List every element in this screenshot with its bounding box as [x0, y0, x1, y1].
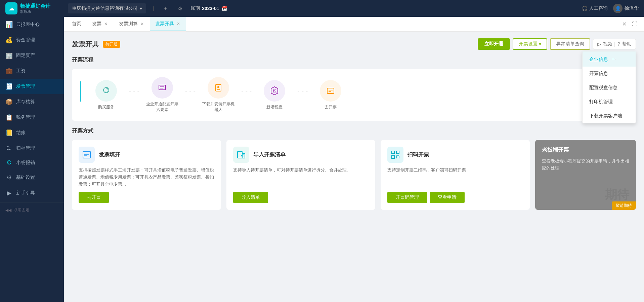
- fill-card-title: 发票填开: [99, 151, 120, 158]
- tab-bar-right: ✕ ⛶: [621, 17, 641, 31]
- page-title: 发票开具: [72, 40, 99, 49]
- sidebar-item-jiezhang[interactable]: 📒 结账: [0, 125, 64, 141]
- settings-icon[interactable]: ⚙: [175, 4, 185, 13]
- method-section: 开票方式 发票填开 支持按照发票样式手工填开发票；可开具增值税电子普通发票、增值…: [72, 127, 636, 210]
- collapse-icon: ◀◀: [5, 208, 11, 213]
- abnormal-list-button[interactable]: 异常清单查询: [550, 38, 590, 50]
- import-card-title: 导入开票清单: [253, 151, 286, 158]
- page-title-area: 发票开具 待开通: [72, 40, 120, 49]
- xiaochangbaoxiao-icon: C: [5, 160, 13, 166]
- fill-invoice-button[interactable]: 去开票: [79, 192, 109, 203]
- tab-fapiao-kaiju[interactable]: 发票开具 ✕: [150, 17, 186, 31]
- process-step-4: 税+ 新增税盘: [254, 80, 295, 110]
- main-area: 📊 云报表中心 💰 资金管理 🏢 固定资产 💼 工资 🧾 发票管理: [0, 17, 644, 302]
- video-help-button[interactable]: ▷ 视频 | ? 帮助: [593, 39, 636, 49]
- tab-fapiao-kaiju-close[interactable]: ✕: [176, 21, 181, 27]
- company-selector[interactable]: 重庆畅捷交通信息咨询有限公司 ▾: [68, 3, 146, 13]
- sidebar-label-yunbao: 云报表中心: [16, 22, 40, 28]
- tab-fapiao-cesuan-close[interactable]: ✕: [140, 21, 144, 27]
- page-header: 发票开具 待开通 立即开通 开票设置 ▾ 异常清单查询 ▷ 视频: [72, 38, 636, 50]
- header-actions: 立即开通 开票设置 ▾ 异常清单查询 ▷ 视频 | ? 帮助: [478, 38, 636, 50]
- sidebar-collapse[interactable]: ◀◀ 取消固定: [0, 204, 64, 216]
- dropdown-item-printer[interactable]: 打印机管理: [583, 95, 636, 109]
- tab-close-all-button[interactable]: ✕: [621, 20, 628, 29]
- process-arrow-2: - - -: [185, 88, 196, 102]
- calendar-icon[interactable]: 📅: [221, 6, 227, 11]
- sidebar-label-gongzi: 工资: [16, 68, 26, 74]
- guidang-icon: 🗂: [5, 145, 13, 152]
- sidebar-label-kucun: 库存核算: [16, 99, 35, 105]
- sidebar-item-yunbao[interactable]: 📊 云报表中心: [0, 17, 64, 32]
- sidebar-item-shuiwu[interactable]: 📋 税务管理: [0, 110, 64, 125]
- scan-card-btn-area: 开票码管理 查看申请: [387, 192, 523, 203]
- printer-label: 打印机管理: [589, 99, 613, 104]
- process-arrow-4: - - -: [297, 88, 308, 102]
- import-card-btn-area: 导入清单: [233, 192, 369, 203]
- process-arrow-1: - - -: [129, 88, 139, 102]
- settings-dropdown-button[interactable]: 开票设置 ▾: [513, 38, 547, 50]
- sidebar-item-gongzi[interactable]: 💼 工资: [0, 63, 64, 79]
- sidebar-label-zijin: 资金管理: [16, 37, 35, 43]
- sidebar-item-gudingzichan[interactable]: 🏢 固定资产: [0, 48, 64, 63]
- sidebar-label-shuiwu: 税务管理: [16, 114, 35, 120]
- view-apply-button[interactable]: 查看申请: [430, 192, 465, 203]
- activate-button[interactable]: 立即开通: [478, 38, 510, 50]
- import-list-button[interactable]: 导入清单: [233, 192, 268, 203]
- xinshou-icon: ▶: [5, 189, 13, 197]
- logo-text-area: 畅捷通好会计 旗舰版: [20, 3, 50, 14]
- separator: |: [614, 41, 616, 47]
- yunbao-icon: 📊: [5, 21, 13, 28]
- download-client-label: 下载开票客户端: [589, 113, 622, 118]
- video-label: 视频: [603, 41, 612, 47]
- tax-disk-label: 配置税盘信息: [589, 85, 617, 90]
- sidebar-item-xiaochangbaoxiao[interactable]: C 小畅报销: [0, 156, 64, 170]
- process-step-1: 购买服务: [86, 80, 126, 110]
- step-icon-4: 税+: [264, 80, 285, 102]
- tab-fapiao-cesuan[interactable]: 发票测算 ✕: [114, 17, 150, 31]
- sidebar-item-zijin[interactable]: 💰 资金管理: [0, 32, 64, 48]
- invoice-info-label: 开票信息: [589, 71, 608, 76]
- sidebar-label-jiezhang: 结账: [16, 130, 26, 136]
- logo-text: 畅捷通好会计: [20, 3, 50, 9]
- add-company-button[interactable]: +: [161, 4, 170, 13]
- tab-home[interactable]: 首页: [67, 17, 87, 31]
- tab-fapiao-close[interactable]: ✕: [103, 21, 108, 27]
- sidebar-item-fapiao[interactable]: 🧾 发票管理: [0, 79, 64, 94]
- period-label-text: 账期: [190, 5, 200, 11]
- status-badge: 待开通: [103, 41, 120, 48]
- qr-code-manage-button[interactable]: 开票码管理: [387, 192, 427, 203]
- sidebar-item-xinshou[interactable]: ▶ 新手引导: [0, 185, 64, 201]
- dropdown-item-invoice-info[interactable]: 开票信息: [583, 67, 636, 81]
- import-card-desc: 支持导入待开票清单，可对待开票清单进行拆分、合并处理。: [233, 167, 369, 174]
- consult-button[interactable]: 🎧 人工咨询: [582, 5, 608, 11]
- sidebar-item-kucun[interactable]: 📦 库存核算: [0, 94, 64, 110]
- dropdown-item-download-client[interactable]: 下载开票客户端: [583, 109, 636, 123]
- process-divider: [80, 81, 81, 102]
- step-icon-1: [95, 80, 117, 102]
- step-label-3: 下载并安装开票机器人: [202, 101, 235, 113]
- expand-button[interactable]: ⛶: [631, 20, 639, 29]
- page-content: 发票开具 待开通 立即开通 开票设置 ▾ 异常清单查询 ▷ 视频: [64, 32, 644, 302]
- sidebar-item-guidang[interactable]: 🗂 归档管理: [0, 141, 64, 156]
- dropdown-item-company-info[interactable]: 企业信息 →: [583, 51, 636, 67]
- scan-card-desc: 支持定制开票二维码，客户端可扫码开票: [387, 167, 523, 174]
- process-arrow-3: - - -: [241, 88, 252, 102]
- chevron-down-icon: ▾: [140, 6, 142, 11]
- fill-card-desc: 支持按照发票样式手工填开发票；可开具增值税电子普通发票、增值税普通发票、增值税专…: [79, 167, 214, 188]
- import-icon: [233, 147, 249, 163]
- jiezhang-icon: 📒: [5, 129, 13, 137]
- step-label-1: 购买服务: [98, 104, 114, 110]
- tab-fapiao[interactable]: 发票 ✕: [87, 17, 114, 31]
- svg-point-1: [106, 87, 109, 89]
- boss-card-title: 老板端开票: [542, 147, 629, 154]
- sidebar-item-jichu[interactable]: ⚙ 基础设置: [0, 170, 64, 185]
- top-divider: |: [153, 6, 154, 11]
- sidebar-label-jichu: 基础设置: [16, 175, 35, 181]
- shuiwu-icon: 📋: [5, 114, 13, 121]
- avatar: 👤: [613, 4, 622, 13]
- method-card-import: 导入开票清单 支持导入待开票清单，可对待开票清单进行拆分、合并处理。 导入清单: [226, 140, 376, 210]
- step-icon-2: [152, 77, 173, 99]
- svg-rect-13: [83, 151, 90, 158]
- dropdown-item-tax-disk[interactable]: 配置税盘信息: [583, 81, 636, 95]
- user-info[interactable]: 👤 徐泽华: [613, 4, 639, 13]
